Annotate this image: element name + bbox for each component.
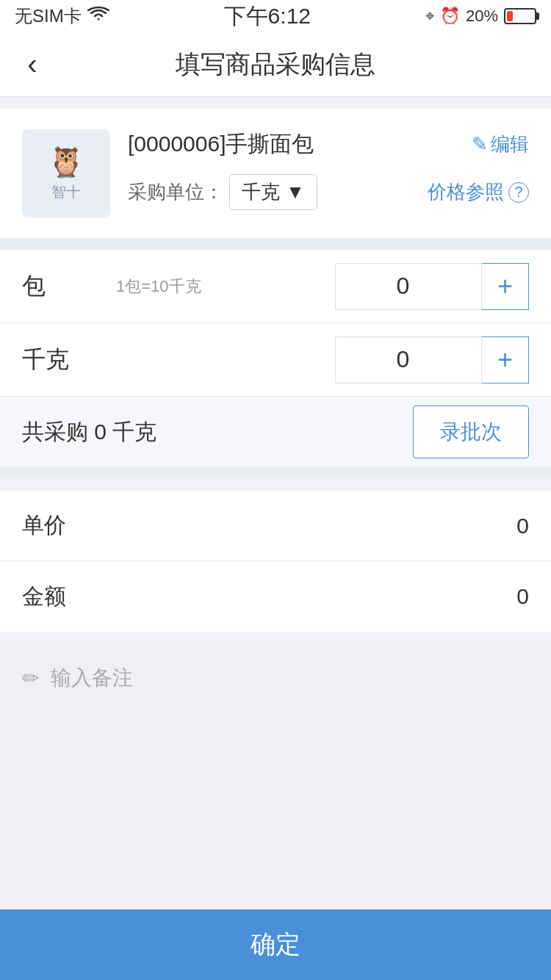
total-row: 共采购 0 千克 录批次 xyxy=(0,397,551,467)
nav-bar: ‹ 填写商品采购信息 xyxy=(0,32,551,97)
amount-label: 金额 xyxy=(22,582,66,612)
page-title: 填写商品采购信息 xyxy=(0,48,551,82)
back-button[interactable]: ‹ xyxy=(0,32,65,97)
kg-qty-control: + xyxy=(335,336,529,383)
status-right: ⌖ ⏰ 20% xyxy=(425,7,536,26)
unit-dropdown-icon: ▼ xyxy=(286,181,305,203)
pencil-icon: ✏ xyxy=(22,666,39,691)
back-icon: ‹ xyxy=(27,48,37,81)
purchase-unit-label: 采购单位： xyxy=(128,179,223,205)
notes-placeholder: 输入备注 xyxy=(51,664,133,692)
battery-percent: 20% xyxy=(466,7,498,26)
product-title-row: [0000006]手撕面包 ✎ 编辑 xyxy=(128,129,529,159)
status-left: 无SIM卡 xyxy=(15,4,109,28)
package-sub-label: 1包=10千克 xyxy=(116,275,201,298)
kg-qty-input[interactable] xyxy=(335,336,482,383)
kg-row: 千克 + xyxy=(0,323,551,397)
package-qty-input[interactable] xyxy=(335,263,482,310)
kg-plus-button[interactable]: + xyxy=(482,336,529,383)
price-ref-label: 价格参照 xyxy=(428,179,504,205)
kg-label: 千克 xyxy=(22,344,110,376)
product-brand-text: 智十 xyxy=(51,182,81,202)
edit-button[interactable]: ✎ 编辑 xyxy=(472,131,529,157)
unit-value: 千克 xyxy=(242,179,280,205)
package-row: 包 1包=10千克 + xyxy=(0,250,551,323)
purchase-unit-row: 采购单位： 千克 ▼ 价格参照 ? xyxy=(128,174,529,210)
unit-price-row: 单价 0 xyxy=(0,491,551,561)
package-qty-control: + xyxy=(335,263,529,310)
product-name: [0000006]手撕面包 xyxy=(128,129,314,159)
amount-row: 金额 0 xyxy=(0,561,551,632)
status-bar: 无SIM卡 下午6:12 ⌖ ⏰ 20% xyxy=(0,0,551,32)
carrier-text: 无SIM卡 xyxy=(15,4,82,28)
status-time: 下午6:12 xyxy=(224,1,311,32)
total-label: 共采购 0 千克 xyxy=(22,417,156,447)
wifi-icon xyxy=(87,6,109,26)
package-plus-button[interactable]: + xyxy=(482,263,529,310)
product-owl-icon: 🦉 xyxy=(48,145,84,179)
battery-icon xyxy=(504,8,536,24)
location-icon: ⌖ xyxy=(425,7,434,26)
unit-select[interactable]: 千克 ▼ xyxy=(229,174,317,210)
amount-value: 0 xyxy=(516,584,529,609)
record-batch-button[interactable]: 录批次 xyxy=(413,406,529,458)
edit-icon: ✎ xyxy=(472,133,488,156)
product-image: 🦉 智十 xyxy=(22,129,110,217)
unit-price-label: 单价 xyxy=(22,511,66,541)
notes-section[interactable]: ✏ 输入备注 xyxy=(0,644,551,713)
divider-2 xyxy=(0,467,551,479)
product-card: 🦉 智十 [0000006]手撕面包 ✎ 编辑 采购单位： 千克 ▼ 价格参照 … xyxy=(0,109,551,238)
package-label: 包 xyxy=(22,270,110,303)
alarm-icon: ⏰ xyxy=(440,7,460,26)
price-ref-button[interactable]: 价格参照 ? xyxy=(428,179,529,205)
unit-price-value: 0 xyxy=(516,514,529,538)
quantity-section: 包 1包=10千克 + 千克 + 共采购 0 千克 录批次 xyxy=(0,250,551,467)
product-info: [0000006]手撕面包 ✎ 编辑 采购单位： 千克 ▼ 价格参照 ? xyxy=(128,129,529,210)
confirm-button[interactable]: 确定 xyxy=(0,909,551,980)
price-info-section: 单价 0 金额 0 xyxy=(0,491,551,632)
divider-1 xyxy=(0,238,551,250)
edit-label: 编辑 xyxy=(491,131,529,157)
price-ref-help-icon: ? xyxy=(508,182,529,203)
